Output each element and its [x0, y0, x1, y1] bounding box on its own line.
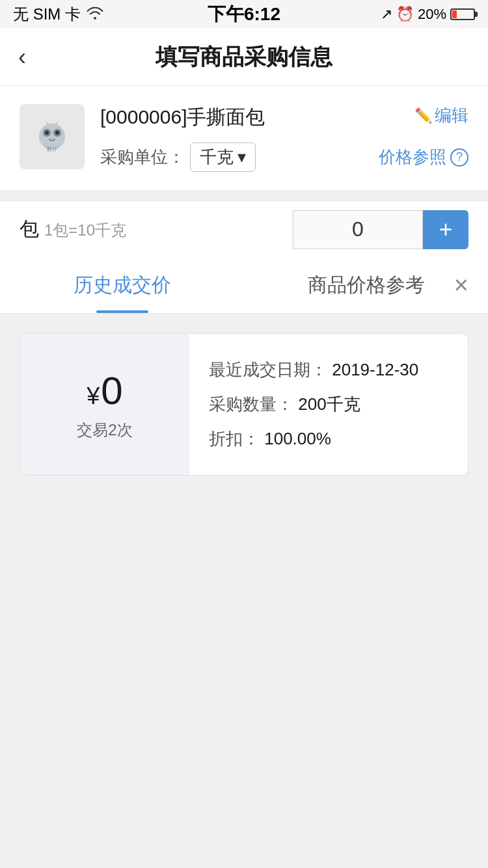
- close-button[interactable]: ×: [454, 271, 468, 299]
- unit-selector-area: 采购单位： 千克 ▾: [100, 142, 256, 172]
- svg-text:数计: 数计: [47, 146, 57, 152]
- svg-point-0: [39, 124, 65, 150]
- product-header: [0000006]手撕面包 ✏️ 编辑: [100, 104, 468, 131]
- discount-row: 折扣： 100.00%: [209, 426, 448, 452]
- product-logo-icon: 数计: [33, 115, 72, 159]
- purchase-qty-label: 采购数量：: [209, 394, 293, 414]
- qty-input[interactable]: 0: [293, 210, 423, 249]
- tab-history-price[interactable]: 历史成交价: [0, 258, 244, 313]
- status-time: 下午6:12: [208, 2, 280, 27]
- card-detail-section: 最近成交日期： 2019-12-30 采购数量： 200千克 折扣： 100.0…: [189, 334, 468, 475]
- sim-signal: 无 SIM 卡: [13, 4, 81, 25]
- trade-count: 交易2次: [77, 420, 132, 441]
- product-image: 数计: [20, 104, 85, 169]
- discount-label: 折扣：: [209, 429, 260, 448]
- history-card: ¥ 0 交易2次 最近成交日期： 2019-12-30 采购数量： 200千克 …: [20, 333, 468, 476]
- card-price-section: ¥ 0 交易2次: [20, 334, 189, 475]
- question-icon: ?: [450, 148, 468, 167]
- svg-point-4: [55, 131, 59, 135]
- page-title: 填写商品采购信息: [156, 42, 332, 72]
- recent-date-row: 最近成交日期： 2019-12-30: [209, 357, 448, 383]
- qty-controls: 0 +: [293, 210, 468, 249]
- status-right: ↗ ⏰ 20%: [381, 6, 475, 23]
- product-card: 数计 [0000006]手撕面包 ✏️ 编辑 采购单位： 千克 ▾ 价格参照 ?: [0, 86, 488, 190]
- quantity-row: 包 1包=10千克 0 +: [0, 200, 488, 258]
- battery-icon: [450, 8, 475, 20]
- status-left: 无 SIM 卡: [13, 4, 104, 25]
- purchase-qty-row: 采购数量： 200千克: [209, 392, 448, 417]
- price-ref-button[interactable]: 价格参照 ?: [379, 146, 468, 169]
- price-symbol: ¥: [87, 383, 100, 410]
- qty-conversion-label: 1包=10千克: [44, 220, 126, 241]
- edit-button[interactable]: ✏️ 编辑: [414, 104, 468, 127]
- recent-date-label: 最近成交日期：: [209, 360, 327, 379]
- qty-plus-button[interactable]: +: [423, 210, 468, 249]
- back-button[interactable]: ‹: [18, 44, 26, 71]
- purchase-qty-value: 200千克: [298, 394, 360, 414]
- qty-label-area: 包 1包=10千克: [20, 216, 126, 243]
- price-display: ¥ 0: [87, 368, 122, 413]
- nav-bar: ‹ 填写商品采购信息: [0, 29, 488, 86]
- tabs-container: 历史成交价 商品价格参考 ×: [0, 258, 488, 314]
- product-name: [0000006]手撕面包: [100, 104, 265, 131]
- svg-point-3: [45, 131, 49, 135]
- tab-product-price[interactable]: 商品价格参考: [244, 258, 488, 313]
- qty-unit-label: 包: [20, 216, 39, 243]
- main-content: ¥ 0 交易2次 最近成交日期： 2019-12-30 采购数量： 200千克 …: [0, 314, 488, 834]
- edit-label: 编辑: [435, 104, 468, 127]
- status-bar: 无 SIM 卡 下午6:12 ↗ ⏰ 20%: [0, 0, 488, 29]
- purchase-unit-label: 采购单位：: [100, 146, 185, 169]
- discount-value: 100.00%: [264, 429, 331, 448]
- wifi-icon: [86, 5, 104, 23]
- tab-product-label: 商品价格参考: [308, 272, 425, 299]
- purchase-unit-row: 采购单位： 千克 ▾ 价格参照 ?: [100, 142, 468, 172]
- dropdown-arrow-icon: ▾: [237, 147, 246, 167]
- recent-date-value: 2019-12-30: [332, 360, 418, 379]
- location-icon: ↗: [381, 6, 392, 23]
- tab-history-label: 历史成交价: [74, 272, 171, 299]
- unit-value: 千克: [200, 146, 234, 169]
- battery-percent: 20%: [418, 6, 446, 23]
- price-ref-label: 价格参照: [379, 146, 446, 169]
- alarm-icon: ⏰: [396, 6, 414, 23]
- tab-active-indicator: [96, 310, 148, 313]
- price-value: 0: [101, 368, 122, 413]
- edit-icon: ✏️: [414, 107, 432, 124]
- unit-dropdown[interactable]: 千克 ▾: [190, 142, 256, 172]
- product-info: [0000006]手撕面包 ✏️ 编辑 采购单位： 千克 ▾ 价格参照 ?: [100, 104, 468, 172]
